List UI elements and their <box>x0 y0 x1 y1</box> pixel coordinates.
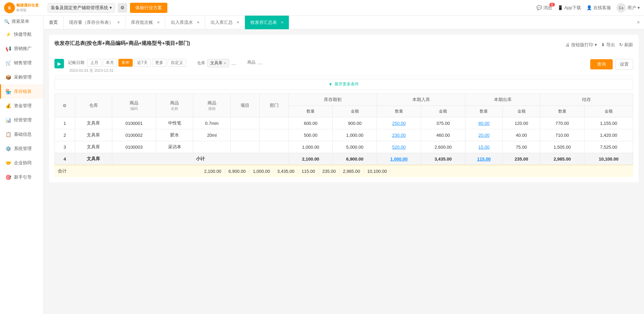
row3-bal-amt: 7,525.00 <box>584 141 633 153</box>
goods-more[interactable]: ... <box>258 59 263 66</box>
settings-icon[interactable]: ⚙ <box>118 3 127 13</box>
online-service-item[interactable]: 👤 在线客服 <box>587 5 611 11</box>
sidebar-item-inventory[interactable]: 🏪 库存核算 <box>0 84 43 99</box>
search-menu-item[interactable]: 🔍 搜索菜单 <box>0 16 43 27</box>
finance-icon: 💰 <box>5 103 11 109</box>
sidebar-item-sales[interactable]: 🛒 销售管理 <box>0 56 43 70</box>
row2-warehouse: 文具库 <box>75 129 112 141</box>
date-7days[interactable]: 近7天 <box>134 59 151 67</box>
tab-flow[interactable]: 出入库流水 × <box>165 16 205 29</box>
date-range: 2023-01-01 至 2023-12-31 <box>68 68 186 73</box>
col-out-amt: 金额 <box>503 106 540 117</box>
tab-bar-close-icon[interactable]: × <box>637 19 644 26</box>
row2-init-qty: 500.00 <box>288 129 333 141</box>
col-settings-icon[interactable]: ⚙ <box>63 103 67 108</box>
col-settings-header[interactable]: ⚙ <box>55 94 75 117</box>
goods-filter: 商品 ... <box>247 59 263 66</box>
sidebar-item-guide[interactable]: 🎯 新手引导 <box>0 170 43 184</box>
tab-summary[interactable]: 出入库汇总 × <box>205 16 245 29</box>
purchase-icon: 📦 <box>5 74 11 80</box>
service-icon: 👤 <box>587 5 592 10</box>
total-label: 合计 <box>58 168 201 174</box>
warehouse-tag-close[interactable]: × <box>224 61 226 66</box>
chevron-down-icon: ▾ <box>110 5 112 10</box>
col-in-header: 本期入库 <box>377 94 465 106</box>
refresh-button[interactable]: ↻ 刷新 <box>619 42 633 48</box>
subtotal-in-qty: 1,000.00 <box>377 153 421 165</box>
date-custom[interactable]: 自定义 <box>168 59 186 67</box>
row3-code: 0100003 <box>112 141 156 153</box>
logo-text: 畅捷通好生意 标准版 <box>16 3 39 13</box>
sidebar: 🔍 搜索菜单 ⚡ 快捷导航 📢 营销推广 🛒 销售管理 📦 采购管理 🏪 <box>0 16 44 314</box>
row1-in-amt: 375.00 <box>421 117 465 129</box>
filter-expand-button[interactable]: ▶ <box>54 59 64 68</box>
tab-batch[interactable]: 库存批次账 × <box>126 16 165 29</box>
tab-close-active-icon[interactable]: × <box>281 20 283 25</box>
guide-icon: 🎯 <box>5 174 11 180</box>
sidebar-item-operations[interactable]: 📊 经营管理 <box>0 113 43 127</box>
system-icon: ⚙️ <box>5 146 11 152</box>
sidebar-item-marketing[interactable]: 📢 营销推广 <box>0 42 43 56</box>
enterprise-icon: 🤝 <box>5 160 11 166</box>
table-row: 3 文具库 0100003 采访本 1,000.00 5,000.00 520.… <box>55 141 633 153</box>
export-button[interactable]: ⬇ 导出 <box>601 42 615 48</box>
sidebar-item-quick-nav[interactable]: ⚡ 快捷导航 <box>0 27 43 42</box>
expand-more-bar[interactable]: ▼ 展开更多条件 <box>54 79 633 89</box>
query-button[interactable]: 查询 <box>590 59 613 69</box>
sidebar-item-basic-info[interactable]: 📋 基础信息 <box>0 127 43 142</box>
subtotal-init-amt: 6,900.00 <box>333 153 377 165</box>
row1-init-qty: 600.00 <box>288 117 333 129</box>
tab-bar: 首页 现存量（库存分布表） × 库存批次账 × 出入库流水 × 出入库汇总 × <box>44 16 644 29</box>
row1-warehouse: 文具库 <box>75 117 112 129</box>
app-download-item[interactable]: 📱 App下载 <box>558 5 581 11</box>
date-this-year[interactable]: 本年 <box>118 59 133 67</box>
message-item[interactable]: 💬 消息 6 <box>536 5 552 11</box>
col-init-header: 库存期初 <box>288 94 377 106</box>
main-body: 🔍 搜索菜单 ⚡ 快捷导航 📢 营销推广 🛒 销售管理 📦 采购管理 🏪 <box>0 16 644 314</box>
user-item[interactable]: Ea 用户 ▾ <box>616 3 640 13</box>
row1-in-qty[interactable]: 250.00 <box>377 117 421 129</box>
tab-close-icon[interactable]: × <box>117 20 120 25</box>
date-last-month[interactable]: 上月 <box>87 59 101 67</box>
experience-button[interactable]: 体验行业方案 <box>130 3 167 13</box>
sidebar-item-enterprise[interactable]: 🤝 企业协同 <box>0 156 43 170</box>
system-dropdown[interactable]: 装备及固定资产辅助管理系统 ▾ <box>48 3 115 13</box>
data-table: ⚙ 仓库 商品 编码 商品 名称 <box>54 94 633 165</box>
col-in-amt: 金额 <box>421 106 465 117</box>
sidebar-item-purchase[interactable]: 📦 采购管理 <box>0 70 43 84</box>
col-goods-code-header: 商品 编码 <box>112 94 156 117</box>
row2-out-qty[interactable]: 20.00 <box>465 129 502 141</box>
search-icon: 🔍 <box>4 19 10 24</box>
row3-out-amt: 75.00 <box>503 141 540 153</box>
row2-in-qty[interactable]: 230.00 <box>377 129 421 141</box>
row3-in-qty[interactable]: 520.00 <box>377 141 421 153</box>
row1-bal-amt: 1,155.00 <box>584 117 633 129</box>
row2-bal-qty: 710.00 <box>540 129 584 141</box>
tab-recv-send[interactable]: 收发存汇总表 × <box>245 16 289 29</box>
print-chevron-icon: ▾ <box>595 42 597 47</box>
tab-close-icon[interactable]: × <box>197 20 199 25</box>
sidebar-item-system[interactable]: ⚙️ 系统管理 <box>0 142 43 156</box>
tab-stock-dist[interactable]: 现存量（库存分布表） × <box>64 16 126 29</box>
row1-out-qty[interactable]: 80.00 <box>465 117 502 129</box>
tab-close-icon[interactable]: × <box>237 20 239 25</box>
subtotal-init-qty: 2,100.00 <box>288 153 333 165</box>
row1-code: 0100001 <box>112 117 156 129</box>
col-goods-name-header: 商品 名称 <box>156 94 193 117</box>
col-dept-header: 部门 <box>260 94 288 117</box>
sidebar-item-finance[interactable]: 💰 资金管理 <box>0 99 43 113</box>
warehouse-more[interactable]: ... <box>231 60 236 67</box>
row3-out-qty[interactable]: 15.00 <box>465 141 502 153</box>
date-this-month[interactable]: 本月 <box>103 59 117 67</box>
settings-button[interactable]: 设置 <box>615 59 633 70</box>
date-filter: 记账日期 上月 本月 本年 近7天 更多 自定义 2023 <box>68 59 186 73</box>
page-title: 收发存汇总表(按仓库+商品编码+商品+规格型号+项目+部门) <box>54 40 190 47</box>
tab-home[interactable]: 首页 <box>44 16 64 29</box>
total-in-amt: 3,435.00 <box>274 169 298 174</box>
print-button[interactable]: 🖨 按钮版打印 ▾ <box>565 42 597 48</box>
phone-icon: 📱 <box>558 5 563 10</box>
date-more[interactable]: 更多 <box>152 59 166 67</box>
col-bal-qty: 数量 <box>540 106 584 117</box>
message-icon: 💬 <box>536 5 542 10</box>
tab-close-icon[interactable]: × <box>157 20 160 25</box>
